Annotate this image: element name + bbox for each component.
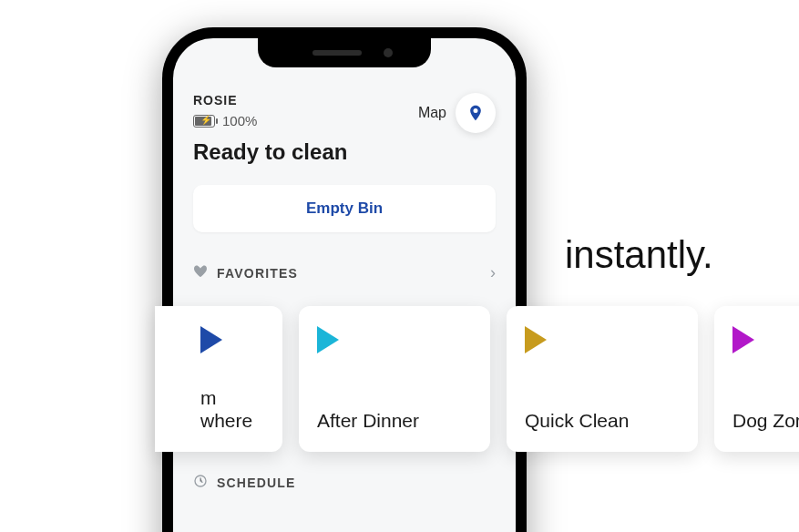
map-label[interactable]: Map <box>418 105 446 121</box>
map-button[interactable] <box>456 93 496 133</box>
empty-bin-label: Empty Bin <box>306 200 383 218</box>
play-icon <box>732 326 754 353</box>
status-text: Ready to clean <box>193 139 418 165</box>
play-icon <box>200 326 222 353</box>
device-name: ROSIE <box>193 93 418 107</box>
battery-icon: ⚡ <box>193 115 215 128</box>
phone-notch <box>258 38 431 67</box>
favorites-header[interactable]: FAVORITES › <box>193 263 496 282</box>
favorite-card-label: Dog Zone <box>732 409 799 432</box>
phone-screen: ROSIE ⚡ 100% Ready to clean Map <box>173 38 516 532</box>
favorite-card-label: Quick Clean <box>525 409 680 432</box>
schedule-label: SCHEDULE <box>217 476 496 490</box>
favorite-card[interactable]: After Dinner <box>299 306 490 452</box>
favorite-card[interactable]: m where <box>155 306 282 452</box>
empty-bin-button[interactable]: Empty Bin <box>193 185 496 232</box>
clock-icon <box>193 474 208 492</box>
favorite-card-label: m where <box>200 386 264 432</box>
map-pin-icon <box>466 104 485 122</box>
favorites-cards-row[interactable]: m where After Dinner Quick Clean Dog Zon… <box>155 306 799 452</box>
favorites-label: FAVORITES <box>217 266 481 281</box>
tagline-text: instantly. <box>565 233 713 277</box>
battery-percent: 100% <box>222 113 257 128</box>
play-icon <box>317 326 339 353</box>
heart-icon <box>193 264 208 282</box>
favorite-card[interactable]: Quick Clean <box>507 306 698 452</box>
schedule-header[interactable]: SCHEDULE <box>193 474 496 492</box>
battery-status: ⚡ 100% <box>193 113 418 128</box>
favorite-card[interactable]: Dog Zone <box>714 306 799 452</box>
favorite-card-label: After Dinner <box>317 409 472 432</box>
play-icon <box>525 326 547 353</box>
chevron-right-icon: › <box>490 263 496 282</box>
phone-frame: ROSIE ⚡ 100% Ready to clean Map <box>162 27 527 532</box>
